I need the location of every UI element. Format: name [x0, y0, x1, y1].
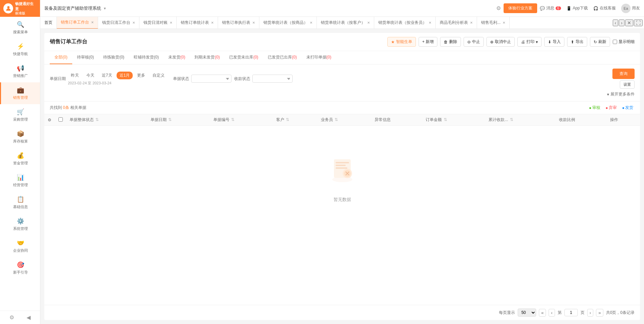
sidebar-item-basic-info[interactable]: 📋 基础信息 [0, 192, 40, 213]
tab-close-customer-stats[interactable]: ✕ [367, 21, 370, 25]
sidebar: 畅捷通好生意 标准版 🔍 搜索菜单 ⚡ 快捷导航 📢 营销推广 💼 销售管理 🛒… [0, 0, 40, 324]
tab-close-goods-stats[interactable]: ✕ [310, 21, 312, 25]
sort-number-icon[interactable]: ⇅ [231, 117, 234, 122]
sort-date-icon[interactable]: ⇅ [168, 117, 172, 122]
tab-daily-clear[interactable]: 钱货日清工作台 ✕ [98, 17, 139, 29]
settings-bottom-icon[interactable]: ⚙ [9, 314, 14, 321]
date-7days-btn[interactable]: 近7天 [99, 72, 115, 79]
sidebar-item-marketing[interactable]: 📢 营销推广 [0, 60, 40, 82]
sidebar-item-quick-nav[interactable]: ⚡ 快捷导航 [0, 39, 40, 60]
subtab-overdue-ship[interactable]: 到期未发货(0) [190, 51, 224, 64]
industry-btn[interactable]: 体验行业方案 [504, 3, 537, 13]
subtab-pending-ship[interactable]: 旺铺待发货(0) [129, 51, 164, 64]
tab-next-btn[interactable]: › [619, 19, 625, 26]
print-btn[interactable]: 🖨 打印 ▾ [517, 37, 542, 47]
tab-close-sales-profit[interactable]: ✕ [503, 21, 505, 25]
online-service-btn[interactable]: 🎧 在线客服 [593, 5, 616, 11]
audit-btn[interactable]: ● 审核 [588, 104, 601, 111]
tab-close-sales-workbench[interactable]: ✕ [91, 21, 94, 24]
tab-close-reconciliation[interactable]: ✕ [170, 21, 172, 25]
marketing-icon: 📢 [17, 65, 24, 72]
prev-page-btn[interactable]: ‹ [549, 309, 555, 317]
sidebar-item-operations[interactable]: 📊 经营管理 [0, 170, 40, 192]
tab-sales-stats[interactable]: 销售订单统计表 ✕ [177, 17, 218, 29]
tab-profit-analysis[interactable]: 商品毛利分析表 ✕ [436, 17, 477, 29]
subtab-not-shipped[interactable]: 未发货(0) [164, 51, 190, 64]
collapse-icon[interactable]: ◀ [27, 314, 31, 321]
tab-close-sales-stats[interactable]: ✕ [211, 21, 214, 25]
filter-payment-select[interactable] [252, 75, 293, 83]
tab-sales-profit[interactable]: 销售毛利... ✕ [477, 17, 510, 29]
tab-close-all-btn[interactable]: ✕ [625, 19, 633, 26]
expand-filter-btn[interactable]: ▾ 展开更多条件 [607, 91, 635, 97]
th-exception: 异常信息 [371, 114, 423, 126]
sidebar-item-inventory[interactable]: 📦 库存核算 [0, 126, 40, 148]
subtab-pending-audit[interactable]: 待审核(0) [72, 51, 99, 64]
next-page-btn[interactable]: › [587, 309, 593, 317]
last-page-btn[interactable]: » [596, 309, 603, 317]
export-btn[interactable]: ⬆ 导出 [567, 37, 587, 47]
app-download-btn[interactable]: 📱 App下载 [566, 5, 588, 11]
sidebar-item-finance[interactable]: 💰 资金管理 [0, 148, 40, 170]
tab-close-staff-stats[interactable]: ✕ [429, 21, 431, 25]
tab-close-profit-analysis[interactable]: ✕ [470, 21, 473, 25]
column-settings-icon[interactable]: ⚙ [48, 118, 51, 122]
sort-payment-icon[interactable]: ⇅ [510, 117, 513, 122]
date-1month-btn[interactable]: 近1月 [117, 72, 133, 79]
delete-btn[interactable]: 🗑 删除 [440, 37, 461, 47]
tab-prev-btn[interactable]: ‹ [613, 19, 618, 26]
subtab-shipped-out[interactable]: 已发货已出库(0) [263, 51, 302, 64]
page-input[interactable] [564, 309, 578, 316]
subtab-all[interactable]: 全部(0) [50, 51, 72, 64]
import-btn[interactable]: ⬇ 导入 [544, 37, 564, 47]
settings-btn[interactable]: 设置 [620, 80, 635, 89]
show-detail-checkbox-label[interactable]: 显示明细 [613, 39, 635, 45]
stop-btn[interactable]: ⊖ 中止 [464, 37, 484, 47]
tab-staff-stats[interactable]: 销货单统计表（按业务员） ✕ [374, 17, 436, 29]
print-icon: 🖨 [521, 40, 525, 44]
filter-status-select[interactable] [191, 75, 231, 83]
sort-customer-icon[interactable]: ⇅ [286, 117, 289, 122]
tab-close-daily-clear[interactable]: ✕ [132, 21, 135, 25]
new-btn[interactable]: + 新增 [419, 37, 437, 47]
sort-amount-icon[interactable]: ⇅ [444, 117, 447, 122]
tab-goods-stats[interactable]: 销货单统计表（按商品） ✕ [259, 17, 317, 29]
subtab-not-printed[interactable]: 未打印单据(0) [302, 51, 336, 64]
sidebar-item-system[interactable]: ⚙️ 系统管理 [0, 213, 40, 235]
sales-icon: 💼 [17, 86, 24, 94]
cancel-stop-btn[interactable]: ⊕ 取消中止 [486, 37, 515, 47]
sidebar-item-purchase[interactable]: 🛒 采购管理 [0, 104, 40, 126]
date-more-btn[interactable]: 更多 [134, 72, 148, 79]
sidebar-item-guide[interactable]: 🎯 新手引导 [0, 257, 40, 279]
tab-sales-workbench[interactable]: 销售订单工作台 ✕ [57, 17, 98, 29]
tab-home[interactable]: 首页 [40, 17, 57, 29]
tab-close-sales-exec[interactable]: ✕ [252, 21, 255, 25]
sidebar-item-enterprise[interactable]: 🤝 企业协同 [0, 235, 40, 257]
tab-sales-exec[interactable]: 销售订单执行表 ✕ [218, 17, 259, 29]
tab-customer-stats[interactable]: 销货单统计表（按客户） ✕ [317, 17, 374, 29]
sort-staff-icon[interactable]: ⇅ [335, 117, 338, 122]
date-custom-btn[interactable]: 自定义 [149, 72, 168, 79]
tab-reconciliation[interactable]: 钱货日清对账 ✕ [139, 17, 177, 29]
smart-create-btn[interactable]: ★ 智能生单 [387, 37, 416, 47]
date-today-btn[interactable]: 今天 [83, 72, 97, 79]
topbar-arrow-icon[interactable]: ▾ [104, 6, 106, 11]
date-yesterday-btn[interactable]: 昨天 [68, 72, 82, 79]
tab-fullscreen-btn[interactable]: ⛶ [634, 19, 643, 26]
first-page-btn[interactable]: « [539, 309, 546, 317]
query-btn[interactable]: 查询 [612, 69, 635, 79]
user-menu-btn[interactable]: Ea 用友 [621, 4, 640, 13]
message-btn[interactable]: 💬 消息 6 [540, 5, 561, 11]
page-size-select[interactable]: 50 20 100 [518, 309, 536, 317]
refresh-btn[interactable]: ↻ 刷新 [590, 37, 610, 47]
topbar-settings-icon[interactable]: ⚙ [496, 5, 501, 11]
subtab-pending-check[interactable]: 待拣验货(0) [98, 51, 129, 64]
sidebar-item-search[interactable]: 🔍 搜索菜单 [0, 17, 40, 39]
subtab-shipped-not-out[interactable]: 已发货未出库(0) [224, 51, 263, 64]
sort-status-icon[interactable]: ⇅ [95, 117, 99, 122]
show-detail-checkbox[interactable] [613, 40, 617, 44]
select-all-checkbox[interactable] [58, 117, 63, 122]
revoke-btn[interactable]: ● 弃审 [604, 104, 618, 111]
ship-btn[interactable]: ● 发货 [621, 104, 635, 111]
sidebar-item-sales[interactable]: 💼 销售管理 [0, 82, 40, 104]
